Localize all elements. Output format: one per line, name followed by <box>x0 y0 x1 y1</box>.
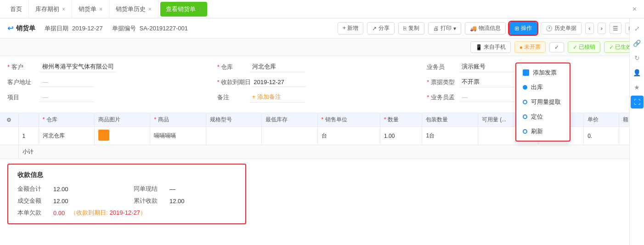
note-label: 备注 <box>217 93 249 102</box>
share-button[interactable]: ↗ 分享 <box>367 22 395 34</box>
main-area: ↩ 销货单 单据日期 2019-12-27 单据编号 SA-20191227-0… <box>0 18 644 245</box>
effective-icon: ✓ <box>609 44 614 51</box>
add-invoice-icon <box>523 69 529 76</box>
confirm-icon: ✓ <box>554 44 559 51</box>
tab-sales-order-label: 销货单 <box>79 5 96 13</box>
tab-inventory-init-close[interactable]: × <box>62 6 65 12</box>
tab-sales-history-close[interactable]: × <box>148 6 152 12</box>
copy-button[interactable]: ⎘ 复制 <box>398 22 424 34</box>
tab-inventory-init[interactable]: 库存期初 × <box>29 0 72 18</box>
sidebar-link-icon[interactable]: 🔗 <box>631 37 644 50</box>
logistics-icon: 🚚 <box>470 25 477 32</box>
logistics-button[interactable]: 🚚 物流信息 <box>465 22 506 34</box>
view-list-button[interactable]: ☰ <box>610 23 621 34</box>
col-pack-qty: 包装数量 <box>422 113 478 127</box>
sidebar-sync-icon[interactable]: ↻ <box>631 51 644 64</box>
outbound-label: 出库 <box>531 83 543 91</box>
project-label: 项目 <box>7 93 40 102</box>
payment-transaction-value: 12.00 <box>53 198 68 205</box>
nav-prev-button[interactable]: ‹ <box>585 23 593 34</box>
right-sidebar: ⤢ 🔗 ↻ 👤 ★ ⛶ <box>629 18 644 245</box>
dropdown-outbound[interactable]: 出库 <box>516 80 570 95</box>
note-add-button[interactable]: + 添加备注 <box>249 92 305 103</box>
project-value: — <box>40 93 95 102</box>
payment-grid: 金额合计 12.00 同单现结 — 成交金额 12.00 累计收款 12.00 … <box>17 185 236 217</box>
subtotal-row: 小计 <box>0 145 644 159</box>
dropdown-locate[interactable]: 定位 <box>516 109 570 124</box>
col-img: 商品图片 <box>95 113 150 127</box>
outbound-icon <box>523 85 527 90</box>
sidebar-fullscreen-icon[interactable]: ⛶ <box>631 96 644 108</box>
tab-sales-order[interactable]: 销货单 × <box>72 0 109 18</box>
dropdown-add-invoice[interactable]: 添加发票 <box>516 65 570 80</box>
cancelled-button[interactable]: ✓ 已核销 <box>568 41 600 53</box>
tab-view-sales[interactable]: 查看销货单 × <box>160 2 208 17</box>
tab-inventory-init-label: 库存期初 <box>35 5 59 13</box>
sidebar-person-icon[interactable]: 👤 <box>631 66 644 79</box>
payment-cumulative-label: 累计收款 <box>134 197 166 205</box>
print-dropdown-icon: ▾ <box>453 25 456 32</box>
warehouse-value: 河北仓库 <box>249 62 305 72</box>
payment-cumulative-row: 累计收款 12.00 <box>134 197 236 205</box>
payment-owed-value: 0.00 <box>53 210 65 217</box>
payment-owed-label: 本单欠款 <box>17 209 50 217</box>
toolbar-row: 📱 来自手机 ● 未开票 ✓ ✓ 已核销 ✓ 已生效 <box>0 39 644 56</box>
tab-home[interactable]: 首页 <box>4 0 29 18</box>
salesperson-label: 业务员孟 <box>427 93 459 102</box>
col-unit-price: 单价 <box>584 113 619 127</box>
staff-label: 业务员 <box>427 63 459 71</box>
copy-icon: ⎘ <box>403 25 407 32</box>
product-image <box>98 130 109 141</box>
col-warehouse: 仓库 <box>39 113 94 127</box>
tab-sales-order-close[interactable]: × <box>99 6 102 12</box>
operation-button[interactable]: ⊞ 操作 <box>509 22 537 34</box>
tab-sales-history-label: 销货单历史 <box>116 5 146 13</box>
col-settings: ⚙ <box>0 113 18 127</box>
col-product: 商品 <box>150 113 206 127</box>
row-unit: 台 <box>317 127 380 145</box>
history-icon: 🕐 <box>546 25 553 32</box>
col-min-stock: 最低库存 <box>262 113 317 127</box>
row-pack-qty: 1台 <box>422 127 478 145</box>
address-label: 客户地址 <box>7 78 40 86</box>
invoice-value: 不开票 <box>459 77 514 87</box>
payment-same-order-value: — <box>169 186 175 193</box>
not-open-button[interactable]: ● 未开票 <box>514 41 546 53</box>
tab-sales-history[interactable]: 销货单历史 × <box>109 0 158 18</box>
row-warehouse: 河北仓库 <box>39 127 94 145</box>
warehouse-label: 仓库 <box>217 63 249 71</box>
payment-owed-row: 本单欠款 0.00 （收款到期日: 2019-12-27） <box>17 209 236 217</box>
tab-view-sales-close[interactable]: × <box>198 6 202 12</box>
dropdown-refresh[interactable]: 刷新 <box>516 124 570 139</box>
doc-title-section: ↩ 销货单 <box>7 24 35 33</box>
doc-header: ↩ 销货单 单据日期 2019-12-27 单据编号 SA-20191227-0… <box>0 18 644 39</box>
payment-cumulative-value: 12.00 <box>169 198 185 205</box>
print-button[interactable]: 🖨 打印 ▾ <box>428 22 461 34</box>
tab-view-sales-label: 查看销货单 <box>166 5 196 13</box>
due-date-field: 收款到期日 2019-12-27 <box>217 78 427 87</box>
staff-value: 演示账号 <box>459 62 514 72</box>
col-rownum <box>18 113 39 127</box>
confirm-button[interactable]: ✓ <box>549 42 564 52</box>
nav-next-button[interactable]: › <box>598 23 606 34</box>
phone-icon: 📱 <box>475 44 482 51</box>
payment-total-row: 金额合计 12.00 <box>17 185 120 193</box>
row-settings <box>0 127 18 145</box>
col-qty: 数量 <box>380 113 422 127</box>
doc-actions: + 新增 ↗ 分享 ⎘ 复制 🖨 打印 ▾ 🚚 物流信息 ⊞ 操作 <box>338 22 637 34</box>
available-qty-label: 可用量提取 <box>531 98 561 106</box>
row-qty: 1.00 <box>380 127 422 145</box>
print-icon: 🖨 <box>433 25 439 32</box>
warehouse-field: 仓库 河北仓库 <box>217 62 427 72</box>
sidebar-star-icon[interactable]: ★ <box>631 81 644 94</box>
invoice-label: 票据类型 <box>427 78 459 86</box>
locate-icon <box>523 114 527 119</box>
due-date-label: 收款到期日 <box>217 78 251 86</box>
new-button[interactable]: + 新增 <box>338 22 363 34</box>
sidebar-expand-icon[interactable]: ⤢ <box>631 22 644 35</box>
subtotal-label: 小计 <box>18 145 644 159</box>
dropdown-available-qty[interactable]: 可用量提取 <box>516 95 570 109</box>
history-button[interactable]: 🕐 历史单据 <box>541 22 582 34</box>
window-close-button[interactable]: × <box>629 5 640 13</box>
from-phone-button[interactable]: 📱 来自手机 <box>470 41 511 53</box>
